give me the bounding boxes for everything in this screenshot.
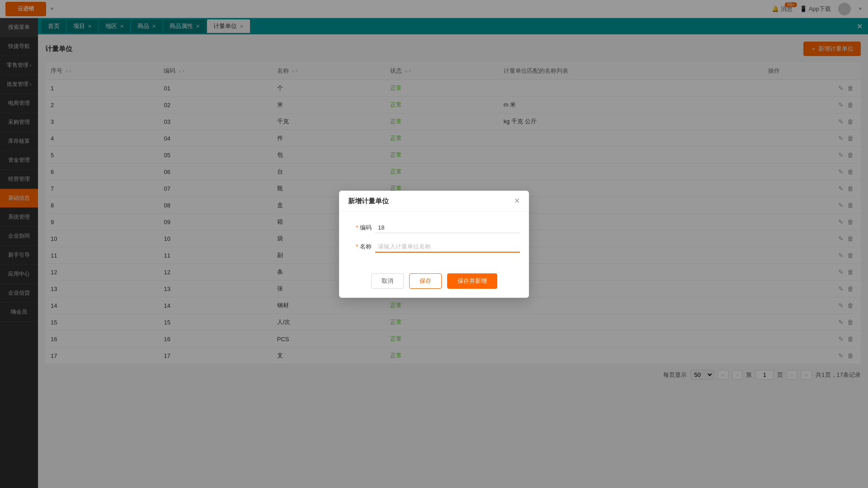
modal-footer: 取消 保存 保存并新增	[339, 268, 529, 298]
code-input[interactable]	[375, 222, 520, 233]
modal-body: 编码 名称	[339, 211, 529, 268]
form-row-name: 名称	[348, 241, 520, 253]
code-label: 编码	[348, 224, 375, 232]
name-label: 名称	[348, 243, 375, 251]
modal-title: 新增计量单位	[348, 197, 389, 206]
form-row-code: 编码	[348, 222, 520, 233]
save-and-new-button[interactable]: 保存并新增	[447, 273, 497, 289]
modal-overlay: 新增计量单位 ✕ 编码 名称 取消 保存 保存并新增	[0, 0, 868, 488]
save-button[interactable]: 保存	[409, 273, 442, 289]
modal-box: 新增计量单位 ✕ 编码 名称 取消 保存 保存并新增	[339, 191, 529, 298]
modal-close-button[interactable]: ✕	[514, 197, 520, 205]
cancel-button[interactable]: 取消	[371, 273, 404, 289]
name-input[interactable]	[375, 241, 520, 253]
modal-header: 新增计量单位 ✕	[339, 191, 529, 211]
